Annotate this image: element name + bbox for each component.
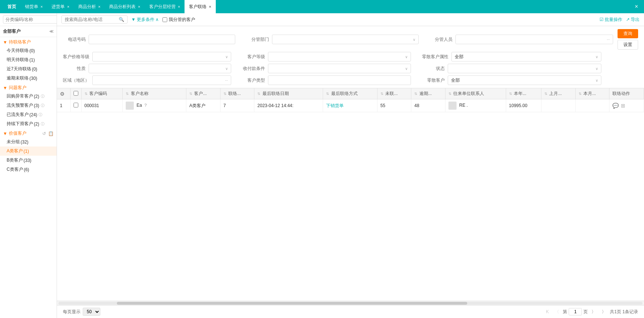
person-arrow: ···: [607, 38, 610, 42]
export-btn[interactable]: ↗ 导出: [626, 17, 640, 23]
my-customers-checkbox[interactable]: [162, 17, 167, 22]
sort-last-month[interactable]: ⇅: [544, 92, 547, 96]
first-page-btn[interactable]: K: [544, 308, 551, 315]
filter-pricelevel-select[interactable]: ∨: [92, 52, 231, 61]
sort-code[interactable]: ⇅: [85, 92, 87, 96]
filter-retailcust-cell: 零散客户 全部 ∨: [422, 75, 601, 85]
per-page-label: 每页显示: [63, 309, 80, 315]
prev-page-btn[interactable]: 〈: [552, 308, 561, 316]
filter-phone-label: 电话号码: [63, 36, 89, 43]
more-filter-btn[interactable]: ▼ 更多条件 ∧: [131, 17, 159, 23]
td-action: 💬 ⊞: [609, 99, 644, 112]
close-goods-list[interactable]: ×: [138, 4, 140, 9]
dept-arrow: ∨: [413, 38, 415, 42]
filter-pay-select[interactable]: ∨: [268, 64, 411, 73]
sort-this-year[interactable]: ⇅: [509, 92, 512, 96]
last-contact-link[interactable]: 下销货单: [326, 103, 344, 108]
sort-unit-contact[interactable]: ⇅: [448, 92, 451, 96]
close-purchase[interactable]: ×: [67, 4, 69, 9]
select-all-checkbox[interactable]: [74, 91, 78, 96]
arrow-pending: ▼: [3, 40, 7, 45]
sidebar-item-churn-warning[interactable]: 流失预警客户 (3) ⓘ: [0, 101, 57, 110]
sidebar-item-class-c[interactable]: C类客户 (6): [0, 165, 57, 174]
sort-this-month[interactable]: ⇅: [579, 92, 582, 96]
main-search-input[interactable]: [65, 17, 119, 22]
scroll-thumb[interactable]: [117, 302, 467, 305]
info-icon-declining: ⓘ: [41, 121, 44, 127]
sidebar-search-input[interactable]: [3, 15, 57, 24]
nav-goods-list[interactable]: 商品分析列表 ×: [105, 0, 144, 13]
sidebar-search-wrap: 🔍: [0, 13, 57, 26]
sort-class[interactable]: ⇅: [189, 92, 192, 96]
close-goods-analysis[interactable]: ×: [98, 4, 100, 9]
sort-name[interactable]: ⇅: [126, 92, 129, 96]
table-area: ⚙ ⇅ 客户编码 ⇅ 客户名称: [57, 88, 644, 301]
group-pending-contact[interactable]: ▼ 待联络客户: [0, 37, 57, 46]
th-not-contacted: ⇅ 未联...: [377, 88, 411, 99]
th-last-month: ⇅ 上月...: [541, 88, 576, 99]
nav-customer-tier[interactable]: 客户分层经营 ×: [145, 0, 185, 13]
nav-home[interactable]: 首页: [3, 0, 21, 13]
td-not-contacted: 55: [377, 99, 411, 112]
filter-retailattr-select[interactable]: 全部 ∨: [451, 52, 601, 61]
sidebar-item-unclassified[interactable]: 未分组 (32): [0, 137, 57, 146]
filter-area-select[interactable]: ···: [92, 75, 231, 85]
filter-retailcust-label: 零散客户: [422, 77, 448, 84]
top-close-btn[interactable]: ×: [632, 3, 641, 10]
nav-sales[interactable]: 销货单 ×: [21, 0, 47, 13]
sort-overdue[interactable]: ⇅: [414, 92, 417, 96]
per-page-select[interactable]: 50: [83, 308, 100, 316]
nav-customer-contact[interactable]: 客户联络 ×: [185, 0, 215, 13]
query-btn[interactable]: 查询: [618, 29, 638, 38]
close-sales[interactable]: ×: [40, 4, 43, 9]
filter-person-select[interactable]: ···: [455, 35, 613, 44]
gear-icon[interactable]: ⚙: [60, 91, 65, 97]
horizontal-scrollbar[interactable]: [57, 301, 644, 305]
arrow-problem: ▼: [3, 85, 7, 91]
filter-btn-group: 查询 设置: [613, 29, 638, 50]
sidebar-item-repurchase-abnormal[interactable]: 回购异常客户 (2) ⓘ: [0, 92, 57, 101]
row-checkbox[interactable]: [74, 103, 78, 107]
batch-op-btn[interactable]: ☑ 批量操作: [600, 17, 622, 23]
page-input[interactable]: [569, 308, 582, 315]
sort-contact-count[interactable]: ⇅: [223, 92, 226, 96]
filter-status-select[interactable]: ∨: [448, 64, 601, 73]
main-search-icon[interactable]: 🔍: [119, 17, 124, 22]
filter-custtype-select[interactable]: [268, 75, 411, 85]
nav-goods-analysis[interactable]: 商品分析 ×: [74, 0, 105, 13]
sidebar-item-7days[interactable]: 近7天待联络 (0): [0, 64, 57, 74]
custlevel-arrow: ∨: [405, 55, 408, 59]
group-value[interactable]: ▼ 价值客户 ↺ 📋: [0, 128, 57, 137]
settings-btn[interactable]: 设置: [618, 40, 638, 50]
value-refresh-icon[interactable]: ↺: [42, 131, 46, 136]
td-last-contact-date: 2023-04-12 14:44:: [254, 99, 323, 112]
sidebar-all-customers[interactable]: 全部客户 ≪: [0, 26, 57, 37]
sort-last-contact-date[interactable]: ⇅: [257, 92, 260, 96]
filter-custlevel-select[interactable]: ∨: [268, 52, 411, 61]
last-page-btn[interactable]: 〉: [600, 308, 608, 316]
value-edit-icon[interactable]: 📋: [48, 131, 54, 136]
close-customer-tier[interactable]: ×: [178, 4, 180, 9]
sidebar-item-churned[interactable]: 已流失客户 (24) ⓘ: [0, 110, 57, 119]
filter-dept-select[interactable]: ∨: [272, 35, 419, 44]
group-problem[interactable]: ▼ 问题客户: [0, 83, 57, 92]
nature-arrow: ∨: [225, 67, 228, 71]
sidebar-item-class-b[interactable]: B类客户 (33): [0, 156, 57, 165]
sidebar-item-declining[interactable]: 持续下滑客户 (2) ⓘ: [0, 119, 57, 128]
grid-icon[interactable]: ⊞: [621, 103, 625, 109]
filter-retailcust-select[interactable]: 全部 ∨: [448, 75, 601, 85]
sidebar-item-tomorrow[interactable]: 明天待联络 (1): [0, 55, 57, 64]
sidebar-item-class-a[interactable]: A类客户 (1): [0, 146, 57, 156]
sort-not-contacted[interactable]: ⇅: [380, 92, 383, 96]
sort-last-contact-method[interactable]: ⇅: [326, 92, 329, 96]
filter-phone-input[interactable]: [89, 35, 235, 44]
comment-icon[interactable]: 💬: [612, 103, 619, 109]
my-customers-check[interactable]: 我分管的客户: [162, 17, 195, 23]
close-customer-contact[interactable]: ×: [209, 4, 211, 9]
sidebar-item-overdue[interactable]: 逾期未联络 (30): [0, 74, 57, 83]
nav-purchase[interactable]: 进货单 ×: [47, 0, 74, 13]
th-this-month: ⇅ 本月...: [575, 88, 609, 99]
next-page-btn[interactable]: 〉: [589, 308, 598, 316]
filter-nature-select[interactable]: ∨: [89, 64, 231, 73]
sidebar-item-today[interactable]: 今天待联络 (0): [0, 46, 57, 55]
